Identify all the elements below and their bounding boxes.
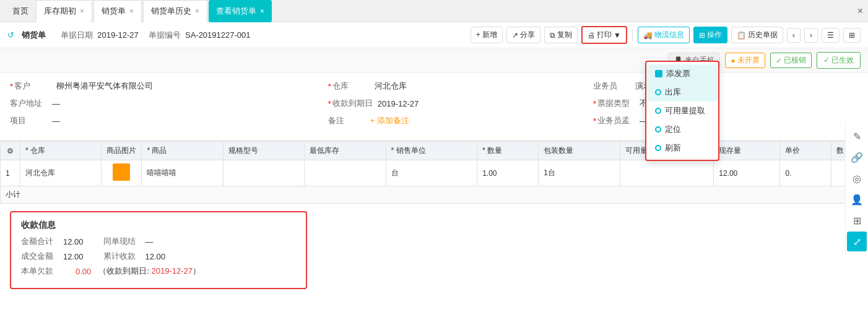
- project-field: 项目 —: [10, 115, 328, 126]
- payment-title: 收款信息: [21, 220, 296, 231]
- ops-button[interactable]: ⊞ 操作: [693, 27, 727, 43]
- add-note-button[interactable]: + 添加备注: [370, 115, 409, 126]
- sidebar-edit-icon[interactable]: ✎: [847, 126, 867, 146]
- cell-warehouse: 河北仓库: [20, 160, 102, 186]
- effect-icon: ✓: [823, 56, 830, 64]
- table-container: ⚙ * 仓库 商品图片 * 商品 规格型号 最低库存 * 销售单位 * 数量 包…: [0, 141, 868, 204]
- form-row-2: 客户地址 — * 收款到期日 2019-12-27 * 票据类型 不开票: [10, 98, 858, 109]
- tab-bar: 首页 库存期初 × 销货单 × 销货单历史 × 查看销货单 × ×: [0, 0, 868, 22]
- outbound-icon: [655, 89, 661, 95]
- doc-icon: ↺: [7, 30, 14, 40]
- cell-min-stock: [305, 160, 386, 186]
- share-button[interactable]: ↗ 分享: [506, 27, 540, 43]
- number-label: 单据编号 SA-20191227-001: [149, 30, 251, 41]
- tab-sales-close[interactable]: ×: [129, 7, 134, 15]
- cell-available: [620, 160, 714, 186]
- print-button[interactable]: 🖨 打印 ▼: [581, 26, 627, 44]
- add-invoice-icon: [655, 70, 662, 77]
- col-pkg-qty: 包装数量: [539, 142, 620, 160]
- divider: [632, 29, 633, 41]
- sidebar-circle-icon[interactable]: ◎: [847, 168, 867, 188]
- main-container: ↺ 销货单 单据日期 2019-12-27 单据编号 SA-20191227-0…: [0, 22, 868, 330]
- customer-field: * 客户 柳州粤港平安气体有限公司: [10, 80, 328, 92]
- logistics-icon: 🚚: [643, 31, 653, 40]
- cell-spec: [223, 160, 304, 186]
- tab-sales-history-close[interactable]: ×: [195, 7, 199, 15]
- col-product: * 商品: [142, 142, 223, 160]
- share-icon: ↗: [512, 31, 518, 40]
- tab-bar-close[interactable]: ×: [857, 6, 863, 17]
- payment-row-2: 成交金额 12.00 累计收款 12.00: [21, 251, 296, 262]
- tab-view-sales-close[interactable]: ×: [260, 7, 264, 15]
- tab-sales-history[interactable]: 销货单历史 ×: [143, 0, 207, 22]
- total-field: 金额合计 12.00: [21, 236, 84, 247]
- col-qty: * 数量: [477, 142, 539, 160]
- col-settings[interactable]: ⚙: [1, 142, 20, 160]
- same-order-field: 同单现结 —: [103, 236, 154, 247]
- items-table: ⚙ * 仓库 商品图片 * 商品 规格型号 最低库存 * 销售单位 * 数量 包…: [0, 141, 868, 204]
- add-button[interactable]: + 新增: [471, 27, 503, 43]
- tab-inventory-close[interactable]: ×: [80, 7, 84, 15]
- tab-inventory[interactable]: 库存期初 ×: [36, 0, 92, 22]
- col-min-stock: 最低库存: [305, 142, 386, 160]
- col-spec: 规格型号: [223, 142, 304, 160]
- payment-row-3: 本单欠款 0.00 （收款到期日: 2019-12-27）: [21, 266, 296, 277]
- dropdown-qty-pick[interactable]: 可用量提取: [646, 102, 718, 120]
- note-field: 备注 + 添加备注: [328, 115, 593, 126]
- sidebar-table-icon[interactable]: ⊞: [847, 211, 867, 230]
- copy-button[interactable]: ⧉ 复制: [544, 27, 578, 43]
- ticket-icon: ●: [731, 56, 735, 65]
- open-ticket-button[interactable]: ● 未开票: [725, 53, 765, 68]
- refresh-icon: [655, 145, 661, 151]
- history-icon: 📋: [737, 31, 746, 40]
- form-area: * 客户 柳州粤港平安气体有限公司 * 仓库 河北仓库 业务员 演示账号 客户地…: [0, 73, 868, 141]
- dropdown-outbound[interactable]: 出库: [646, 83, 718, 102]
- payment-info: 收款信息 金额合计 12.00 同单现结 — 成交金额 12.00: [10, 211, 307, 289]
- tab-view-sales[interactable]: 查看销货单 ×: [209, 0, 272, 22]
- check-icon: ✓: [776, 56, 782, 65]
- warehouse-field: * 仓库 河北仓库: [328, 80, 593, 92]
- dropdown-add-invoice[interactable]: 添发票: [646, 64, 718, 83]
- toolbar2: 📱 来自手机 ● 未开票 ✓ 已核销 ✓ 已生效: [0, 48, 868, 73]
- confirm-button[interactable]: ✓ 已核销: [770, 53, 812, 68]
- cell-seq: 1: [1, 160, 20, 186]
- sidebar-link-icon[interactable]: 🔗: [847, 147, 867, 167]
- nav-next[interactable]: ›: [804, 28, 818, 43]
- cumulative-field: 累计收款 12.00: [103, 251, 166, 262]
- dropdown-refresh[interactable]: 刷新: [646, 139, 718, 157]
- subtotal-row: 小计: [1, 186, 868, 204]
- ops-icon: ⊞: [699, 31, 705, 40]
- form-row-3: 项目 — 备注 + 添加备注 * 业务员孟 —: [10, 115, 858, 126]
- payment-date-field: * 收款到期日 2019-12-27: [328, 98, 593, 109]
- form-row-1: * 客户 柳州粤港平安气体有限公司 * 仓库 河北仓库 业务员 演示账号: [10, 80, 858, 92]
- doc-type-label: 销货单: [22, 30, 46, 41]
- deal-amount-field: 成交金额 12.00: [21, 251, 84, 262]
- history-button[interactable]: 📋 历史单据: [731, 27, 783, 43]
- product-thumbnail: [113, 163, 130, 181]
- sidebar-user-icon[interactable]: 👤: [847, 189, 867, 209]
- logistics-button[interactable]: 🚚 物流信息: [638, 27, 690, 43]
- toolbar-right: + 新增 ↗ 分享 ⧉ 复制 🖨 打印 ▼ 🚚 物流信息: [471, 26, 861, 44]
- right-sidebar: ✎ 🔗 ◎ 👤 ⊞ ⤢: [845, 124, 868, 254]
- nav-prev[interactable]: ‹: [787, 28, 801, 43]
- col-warehouse: * 仓库: [20, 142, 102, 160]
- print-icon: 🖨: [588, 31, 595, 40]
- cell-unit: 台: [386, 160, 477, 186]
- effect-button[interactable]: ✓ 已生效: [817, 52, 861, 69]
- cell-qty: 1.00: [477, 160, 539, 186]
- tab-sales[interactable]: 销货单 ×: [93, 0, 142, 22]
- table-row: 1 河北仓库 嘻嘻嘻嘻 台 1.00 1台 12.00 0.: [1, 160, 868, 186]
- col-unit: * 销售单位: [386, 142, 477, 160]
- dropdown-locate[interactable]: 定位: [646, 120, 718, 139]
- date-label: 单据日期 2019-12-27: [61, 30, 139, 41]
- tab-home[interactable]: 首页: [5, 6, 36, 17]
- col-image: 商品图片: [102, 142, 142, 160]
- sidebar-expand-icon[interactable]: ⤢: [847, 232, 867, 251]
- ops-dropdown: 添发票 出库 可用量提取 定位 刷新: [645, 61, 719, 161]
- view-grid[interactable]: ⊞: [843, 28, 861, 43]
- cell-product: 嘻嘻嘻嘻: [142, 160, 223, 186]
- col-price: 单价: [780, 142, 831, 160]
- col-current-stock: 现存量: [714, 142, 780, 160]
- staff-field: 业务员 演示账号: [593, 80, 858, 92]
- view-list[interactable]: ☰: [822, 28, 840, 43]
